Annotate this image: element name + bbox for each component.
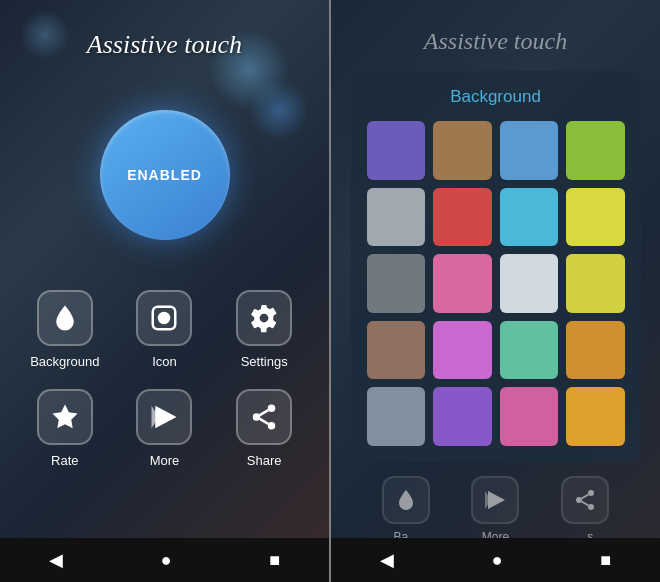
right-share-icon <box>573 488 597 512</box>
circle-square-icon <box>149 303 179 333</box>
svg-line-16 <box>582 494 589 498</box>
left-back-button[interactable]: ◀ <box>49 549 63 571</box>
color-swatch-14[interactable] <box>500 321 559 380</box>
color-grid <box>367 121 625 446</box>
color-swatch-19[interactable] <box>566 387 625 446</box>
share-icon <box>249 402 279 432</box>
color-picker-panel: Background <box>351 71 641 462</box>
background-icon-circle <box>37 290 93 346</box>
left-nav-bar: ◀ ● ■ <box>0 538 329 582</box>
right-share-icon-circle <box>561 476 609 524</box>
rate-item[interactable]: Rate <box>20 389 110 468</box>
right-droplet-icon <box>394 488 418 512</box>
color-swatch-2[interactable] <box>500 121 559 180</box>
icons-grid: Background Icon Setting <box>0 290 329 468</box>
color-swatch-5[interactable] <box>433 188 492 247</box>
color-swatch-8[interactable] <box>367 254 426 313</box>
star-icon <box>50 402 80 432</box>
share-icon-circle <box>236 389 292 445</box>
color-swatch-7[interactable] <box>566 188 625 247</box>
left-content: Assistive touch ENABLED Background <box>0 0 329 582</box>
right-more-icon-circle <box>471 476 519 524</box>
svg-line-15 <box>582 501 589 505</box>
color-swatch-11[interactable] <box>566 254 625 313</box>
icon-icon-circle <box>136 290 192 346</box>
right-background-icon-circle <box>382 476 430 524</box>
svg-point-7 <box>268 422 276 430</box>
icon-label: Icon <box>152 354 177 369</box>
right-more-item[interactable]: More <box>471 476 519 544</box>
left-recents-button[interactable]: ■ <box>269 550 280 571</box>
color-swatch-1[interactable] <box>433 121 492 180</box>
right-background-item[interactable]: Ba... <box>382 476 430 544</box>
left-app-title: Assistive touch <box>87 30 242 60</box>
background-label: Background <box>30 354 99 369</box>
color-swatch-0[interactable] <box>367 121 426 180</box>
share-label: Share <box>247 453 282 468</box>
svg-point-13 <box>576 497 582 503</box>
color-swatch-16[interactable] <box>367 387 426 446</box>
right-back-button[interactable]: ◀ <box>380 549 394 571</box>
rate-label: Rate <box>51 453 78 468</box>
more-icon-circle <box>136 389 192 445</box>
color-swatch-13[interactable] <box>433 321 492 380</box>
color-picker-title: Background <box>367 87 625 107</box>
svg-point-6 <box>253 413 261 421</box>
enabled-circle[interactable]: ENABLED <box>100 110 230 240</box>
right-share-item[interactable]: ...s <box>561 476 609 544</box>
settings-icon-circle <box>236 290 292 346</box>
more-label: More <box>150 453 180 468</box>
svg-point-14 <box>588 504 594 510</box>
color-swatch-9[interactable] <box>433 254 492 313</box>
left-home-button[interactable]: ● <box>161 550 172 571</box>
color-swatch-6[interactable] <box>500 188 559 247</box>
svg-point-5 <box>268 405 276 413</box>
svg-point-1 <box>158 312 171 325</box>
svg-marker-2 <box>52 405 77 429</box>
right-bottom-icons: Ba... More <box>331 476 660 544</box>
color-swatch-18[interactable] <box>500 387 559 446</box>
svg-line-8 <box>260 419 269 424</box>
right-nav-bar: ◀ ● ■ <box>331 538 660 582</box>
settings-label: Settings <box>241 354 288 369</box>
gear-icon <box>249 303 279 333</box>
right-home-button[interactable]: ● <box>492 550 503 571</box>
panel-divider <box>329 0 331 582</box>
rate-icon-circle <box>37 389 93 445</box>
svg-line-9 <box>260 410 269 415</box>
right-recents-button[interactable]: ■ <box>600 550 611 571</box>
icon-item[interactable]: Icon <box>120 290 210 369</box>
color-swatch-17[interactable] <box>433 387 492 446</box>
left-panel: Assistive touch ENABLED Background <box>0 0 329 582</box>
color-swatch-12[interactable] <box>367 321 426 380</box>
svg-point-12 <box>588 490 594 496</box>
droplet-icon <box>50 303 80 333</box>
background-item[interactable]: Background <box>20 290 110 369</box>
right-content: Assistive touch Background Ba... <box>331 0 660 582</box>
color-swatch-3[interactable] <box>566 121 625 180</box>
right-panel: Assistive touch Background Ba... <box>331 0 660 582</box>
right-app-title: Assistive touch <box>424 28 567 55</box>
color-swatch-10[interactable] <box>500 254 559 313</box>
color-swatch-15[interactable] <box>566 321 625 380</box>
right-play-icon <box>483 488 507 512</box>
share-item[interactable]: Share <box>219 389 309 468</box>
settings-item[interactable]: Settings <box>219 290 309 369</box>
enabled-label: ENABLED <box>127 167 202 183</box>
play-icon <box>149 402 179 432</box>
color-swatch-4[interactable] <box>367 188 426 247</box>
more-item[interactable]: More <box>120 389 210 468</box>
